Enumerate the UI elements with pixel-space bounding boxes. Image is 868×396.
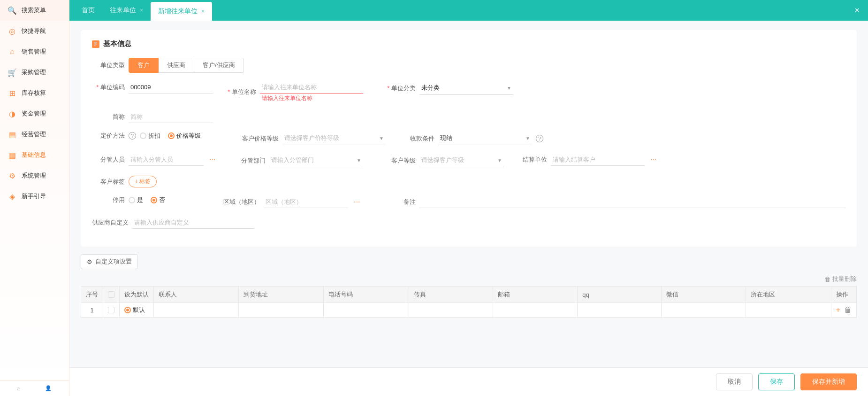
tab-new-partner[interactable]: 新增往来单位 ×: [151, 2, 212, 21]
tab-partner[interactable]: 往来单位 ×: [102, 0, 151, 21]
sidebar-item-shortcut[interactable]: ◎ 快捷导航: [0, 21, 69, 41]
contact-input[interactable]: [159, 307, 234, 314]
sidebar-item-inventory[interactable]: ⊞ 库存核算: [0, 83, 69, 103]
qq-input[interactable]: [582, 307, 656, 314]
disabled-no-radio[interactable]: 否: [151, 196, 165, 204]
unit-code-input[interactable]: [129, 81, 213, 93]
sidebar-item-operations[interactable]: ▤ 经营管理: [0, 124, 69, 145]
sidebar-item-purchase[interactable]: 🛒 采购管理: [0, 62, 69, 83]
payment-value: 现结: [440, 134, 452, 142]
contact-table-area: 序号 设为默认 联系人 到货地址 电话号码 传真 邮箱 qq 微信 所在地区 操…: [81, 286, 857, 318]
supplier-custom-label: 供应商自定义: [92, 218, 129, 227]
address-input[interactable]: [244, 307, 319, 314]
add-tag-button[interactable]: + 标签: [129, 176, 157, 187]
customer-price-label: 客户价格等级: [242, 134, 279, 143]
sidebar-item-label: 采购管理: [22, 68, 46, 77]
cancel-button[interactable]: 取消: [716, 373, 753, 390]
abbreviation-input[interactable]: [129, 111, 213, 123]
sidebar-item-newbie[interactable]: ◈ 新手引导: [0, 186, 69, 207]
unit-name-label: 单位名称: [223, 88, 256, 96]
unit-category-select[interactable]: 未分类 ▼: [419, 81, 513, 95]
sidebar-item-system[interactable]: ⚙ 系统管理: [0, 165, 69, 186]
sidebar-item-finance[interactable]: ◑ 资金管理: [0, 103, 69, 124]
close-all-tabs[interactable]: ×: [851, 6, 863, 16]
disabled-yes-circle: [129, 197, 135, 203]
disabled-no-label: 否: [159, 196, 165, 204]
row-checkbox[interactable]: [108, 307, 114, 313]
type-btn-both[interactable]: 客户/供应商: [194, 58, 244, 73]
cell-wechat: [662, 303, 746, 318]
finance-icon: ◑: [8, 109, 17, 118]
remarks-input[interactable]: [419, 196, 845, 208]
tab-new-partner-close[interactable]: ×: [201, 8, 205, 15]
manager-more-btn[interactable]: ···: [207, 155, 217, 164]
supplier-custom-input[interactable]: [132, 217, 254, 229]
disabled-radio-group: 是 否: [129, 196, 165, 204]
purchase-icon: 🛒: [8, 68, 17, 77]
phone-input[interactable]: [328, 307, 404, 314]
cell-phone: [324, 303, 409, 318]
cell-action: + 🗑: [831, 303, 856, 318]
header-checkbox[interactable]: [108, 291, 114, 298]
sidebar-item-label: 资金管理: [22, 109, 46, 118]
pricing-help-icon[interactable]: ?: [129, 132, 136, 140]
disabled-label: 停用: [92, 196, 125, 204]
region-input[interactable]: [264, 196, 348, 208]
email-input[interactable]: [498, 307, 572, 314]
manager-row: 分管人员 ··· 分管部门 请输入分管部门 ▼ 客户等级 请选择客户等级 ▼: [92, 154, 845, 167]
batch-delete-area: 🗑 批量删除: [81, 275, 857, 283]
unit-category-label: 单位分类: [383, 84, 416, 93]
tags-label: 客户标签: [92, 178, 125, 186]
sidebar-item-sales[interactable]: ⌂ 销售管理: [0, 41, 69, 62]
department-select[interactable]: 请输入分管部门 ▼: [269, 154, 363, 167]
sidebar-item-basic[interactable]: ▦ 基础信息: [0, 145, 69, 165]
fax-input[interactable]: [414, 307, 488, 314]
save-and-new-button[interactable]: 保存并新增: [800, 373, 857, 390]
save-button[interactable]: 保存: [758, 373, 795, 390]
disabled-yes-radio[interactable]: 是: [129, 196, 143, 204]
customer-price-select[interactable]: 请选择客户价格等级 ▼: [282, 132, 386, 145]
settlement-label: 结算单位: [514, 155, 547, 164]
type-btn-customer[interactable]: 客户: [129, 58, 159, 73]
type-btn-supplier[interactable]: 供应商: [159, 58, 194, 73]
unit-category-group: 单位分类 未分类 ▼: [383, 81, 845, 95]
settlement-more-btn[interactable]: ···: [648, 155, 658, 164]
sidebar-home-btn[interactable]: ⌂: [17, 386, 21, 391]
col-seq: 序号: [81, 287, 103, 303]
cell-qq: [578, 303, 662, 318]
tags-row: 客户标签 + 标签: [92, 176, 845, 187]
tags-group: 客户标签 + 标签: [92, 176, 845, 187]
basic-info-section: F 基本信息 单位类型 客户 供应商 客户/供应商 单位编码: [81, 30, 857, 247]
unit-category-value: 未分类: [421, 84, 440, 92]
row-default-radio[interactable]: 默认: [124, 306, 149, 314]
row-default-label: 默认: [133, 306, 145, 314]
manager-input[interactable]: [129, 154, 204, 166]
sidebar-item-search[interactable]: 🔍 搜索菜单: [0, 0, 69, 21]
customer-level-group: 客户等级 请选择客户等级 ▼: [383, 154, 514, 167]
wechat-input[interactable]: [666, 307, 741, 314]
payment-help-icon[interactable]: ?: [536, 135, 543, 142]
unit-name-input[interactable]: [260, 81, 363, 93]
custom-settings-button[interactable]: ⚙ 自定义项设置: [81, 254, 138, 269]
pricing-radio-level[interactable]: 价格等级: [168, 132, 201, 140]
settlement-input[interactable]: [551, 154, 645, 166]
sidebar-item-label: 销售管理: [22, 47, 46, 56]
payment-terms-select[interactable]: 现结 ▼: [438, 132, 532, 145]
tab-partner-close[interactable]: ×: [140, 7, 143, 14]
add-row-btn[interactable]: +: [836, 306, 840, 314]
loc-region-input[interactable]: [751, 307, 826, 314]
unit-name-error: 请输入往来单位名称: [262, 94, 383, 102]
customer-level-select[interactable]: 请选择客户等级 ▼: [419, 154, 504, 167]
contact-table: 序号 设为默认 联系人 到货地址 电话号码 传真 邮箱 qq 微信 所在地区 操…: [81, 286, 857, 318]
sidebar-user-btn[interactable]: 👤: [45, 385, 52, 391]
col-action: 操作: [831, 287, 856, 303]
manager-label: 分管人员: [92, 155, 125, 164]
department-group: 分管部门 请输入分管部门 ▼: [233, 154, 383, 167]
delete-row-btn[interactable]: 🗑: [844, 306, 852, 314]
sidebar-item-label: 搜索菜单: [22, 6, 46, 15]
pricing-radio-discount[interactable]: 折扣: [140, 132, 160, 140]
region-more-btn[interactable]: ···: [352, 198, 362, 206]
batch-delete-button[interactable]: 🗑 批量删除: [824, 275, 857, 283]
col-wechat: 微信: [662, 287, 746, 303]
tab-home[interactable]: 首页: [74, 0, 102, 21]
